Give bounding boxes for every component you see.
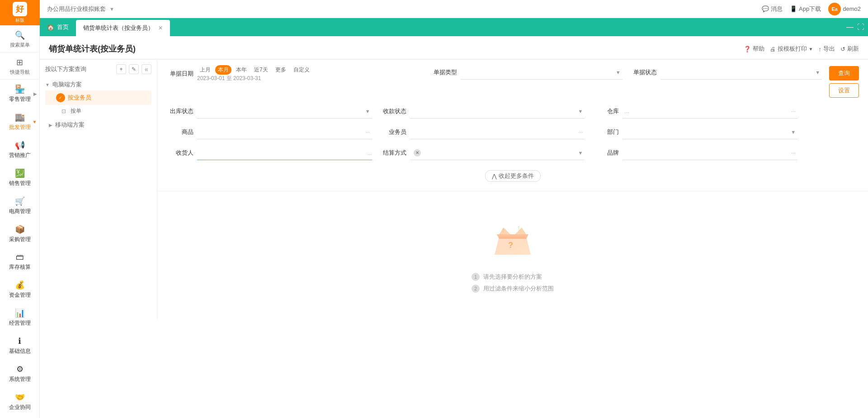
logo[interactable]: 好 标版: [0, 0, 40, 25]
filter-right: 单据日期 上月 本月 本年 近7天 更多: [157, 60, 868, 320]
sidebar-item-inventory[interactable]: 🗃 库存核算: [0, 248, 40, 276]
sidebar-item-retail[interactable]: 🏪 零售管理 ▶: [0, 80, 40, 108]
chevron-right-icon: ▶: [33, 91, 37, 96]
inventory-icon: 🗃: [16, 252, 24, 262]
breadcrumb-dropdown-icon[interactable]: ▼: [109, 6, 114, 12]
minus-tab-icon[interactable]: —: [846, 23, 854, 31]
date-tab-more[interactable]: 更多: [273, 65, 289, 75]
date-tab-last-month[interactable]: 上月: [197, 65, 213, 75]
date-tab-custom[interactable]: 自定义: [291, 65, 312, 75]
filter-item-out-status: 出库状态 ▼: [166, 104, 372, 119]
export-btn[interactable]: ↑ 导出: [819, 45, 835, 53]
sidebar-item-purchase[interactable]: 📦 采购管理: [0, 220, 40, 248]
help-btn[interactable]: ❓ 帮助: [744, 45, 764, 53]
sidebar-item-guide[interactable]: 🌟 新手引导: [0, 416, 40, 418]
doc-status-select[interactable]: ▼: [660, 65, 822, 80]
download-icon: 📱: [790, 5, 797, 12]
purchase-icon: 📦: [15, 224, 25, 234]
refresh-btn[interactable]: ↺ 刷新: [840, 45, 859, 53]
scheme-panel: 按以下方案查询 + ✎ «: [40, 60, 157, 320]
refresh-icon: ↺: [840, 46, 845, 52]
payment-select[interactable]: ✕ ▼: [410, 146, 585, 160]
warehouse-label: 仓库: [592, 107, 619, 115]
dept-control: ▼: [623, 125, 797, 139]
sidebar-item-management[interactable]: 📊 经营管理: [0, 304, 40, 332]
filter-item-dept: 部门 ▼: [592, 125, 797, 139]
logo-text: 标版: [15, 17, 24, 24]
sidebar-item-ecommerce[interactable]: 🛒 电商管理: [0, 192, 40, 220]
topbar-breadcrumb[interactable]: 办公用品行业模拟账套 ▼: [47, 5, 114, 13]
scheme-edit-btn[interactable]: ✎: [129, 64, 139, 74]
sales-icon: 💹: [15, 168, 25, 178]
consignee-input[interactable]: [197, 146, 372, 160]
scheme-group-pc-label: 电脑端方案: [52, 81, 82, 89]
template-print-dropdown-icon[interactable]: ▼: [809, 47, 813, 52]
tab-home[interactable]: 🏠 首页: [40, 18, 76, 36]
dept-select[interactable]: ▼: [623, 125, 797, 139]
out-status-control: ▼: [197, 104, 372, 119]
out-status-label: 出库状态: [166, 107, 193, 115]
payment-close-btn[interactable]: ✕: [414, 149, 421, 157]
empty-illustration: ? ↑ ↑: [486, 218, 540, 264]
sidebar-item-shortcut[interactable]: ⊞ 快捷导航: [0, 52, 40, 80]
message-btn[interactable]: 💬 消息: [762, 5, 783, 13]
filter-item-salesperson: 业务员 ···: [379, 125, 585, 139]
sidebar-item-marketing[interactable]: 📢 营销推广: [0, 136, 40, 164]
scheme-group-mobile-header[interactable]: ▶ 移动端方案: [45, 119, 151, 131]
warehouse-more-icon: ···: [791, 108, 796, 114]
doc-type-control: ▼: [461, 65, 622, 80]
page-header: 销货单统计表(按业务员) ❓ 帮助 🖨 按模板打印 ▼ ↑ 导出: [40, 36, 868, 59]
receipt-status-select[interactable]: ▼: [410, 104, 585, 119]
scheme-item-salesperson[interactable]: ✓ 按业务员: [45, 90, 151, 105]
filter-item-goods: 商品 ···: [166, 125, 372, 139]
sidebar-item-finance[interactable]: 💰 资金管理: [0, 276, 40, 304]
shop-icon: 🏪: [15, 84, 25, 94]
app-download-btn[interactable]: 📱 App下载: [790, 5, 821, 13]
doc-type-select[interactable]: ▼: [461, 65, 622, 80]
logo-icon: 好: [13, 2, 27, 16]
date-tab-7days[interactable]: 近7天: [251, 65, 271, 75]
doc-status-arrow-icon: ▼: [815, 70, 820, 75]
sidebar-item-collab[interactable]: 🤝 企业协同: [0, 388, 40, 416]
page-title: 销货单统计表(按业务员): [49, 43, 136, 54]
out-status-select[interactable]: ▼: [197, 104, 372, 119]
collapse-arrow-icon: ⋀: [492, 173, 497, 180]
empty-tip-2: 2 用过滤条件来缩小分析范围: [472, 285, 554, 293]
scheme-sub-item-order[interactable]: ⊡ 按单: [45, 105, 151, 117]
ecommerce-icon: 🛒: [15, 196, 25, 206]
filter-item-doc-status: 单据状态 ▼: [630, 65, 822, 80]
goods-label: 商品: [166, 128, 193, 136]
breadcrumb-text: 办公用品行业模拟账套: [47, 5, 106, 13]
sidebar-item-system[interactable]: ⚙ 系统管理: [0, 360, 40, 388]
warehouse-select[interactable]: ... ···: [623, 104, 797, 119]
query-button[interactable]: 查询: [829, 66, 859, 81]
scheme-group-pc-header[interactable]: ▼ 电脑端方案: [45, 79, 151, 90]
maximize-tab-icon[interactable]: ⛶: [857, 23, 864, 31]
date-tab-this-month[interactable]: 本月: [215, 65, 231, 75]
salesperson-select[interactable]: ···: [410, 125, 585, 139]
goods-select[interactable]: ···: [197, 125, 372, 139]
empty-tip-1: 1 请先选择要分析的方案: [472, 273, 554, 281]
collapse-conditions-btn[interactable]: ⋀ 收起更多条件: [485, 170, 541, 182]
sidebar-item-basic-info[interactable]: ℹ 基础信息: [0, 332, 40, 360]
brand-select[interactable]: ···: [623, 146, 797, 160]
svg-text:↑: ↑: [501, 226, 505, 233]
payment-label: 结算方式: [379, 149, 406, 157]
sidebar-item-wholesale[interactable]: 🏬 批发管理 ▼: [0, 108, 40, 136]
date-tab-this-year[interactable]: 本年: [233, 65, 250, 75]
tab-sales-stat[interactable]: 销货单统计表（按业务员） ✕: [76, 20, 170, 36]
tip-num-2: 2: [472, 285, 480, 293]
filter-area: 按以下方案查询 + ✎ «: [40, 59, 868, 320]
chevron-down-icon: ▼: [33, 119, 37, 124]
scheme-add-btn[interactable]: +: [116, 64, 126, 74]
scheme-collapse-btn[interactable]: «: [142, 64, 151, 74]
sidebar-item-search[interactable]: 🔍 搜索菜单: [0, 25, 40, 52]
user-profile[interactable]: Ea demo2: [828, 3, 861, 15]
filter-item-brand: 品牌 ···: [592, 146, 797, 160]
doc-status-label: 单据状态: [630, 68, 657, 76]
sidebar-item-sales[interactable]: 💹 销售管理: [0, 164, 40, 192]
template-print-btn[interactable]: 🖨 按模板打印 ▼: [770, 45, 813, 53]
filter-item-receipt-status: 收款状态 ▼: [379, 104, 585, 119]
tab-close-icon[interactable]: ✕: [158, 25, 163, 31]
settings-button[interactable]: 设置: [829, 83, 859, 98]
